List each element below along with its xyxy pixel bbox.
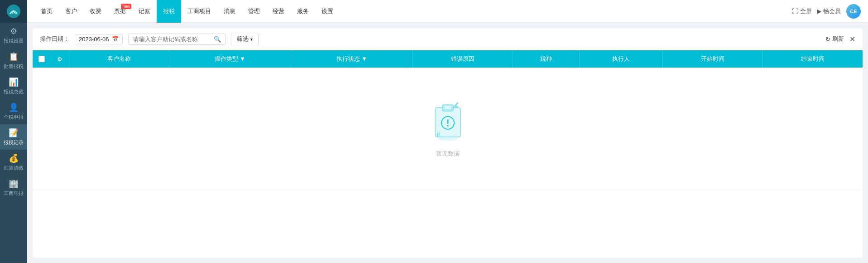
empty-text: 暂无数据 [436, 150, 460, 158]
sidebar-item-label: 报税设置 [4, 38, 24, 44]
nav-baoshui[interactable]: 报税 [157, 0, 181, 23]
nav-xiaoxi[interactable]: 消息 [217, 0, 242, 23]
user-avatar[interactable]: CE [846, 4, 861, 19]
date-value: 2023-06-06 [79, 36, 109, 43]
nav-home[interactable]: 首页 [34, 0, 59, 23]
topnav-right: ⛶ 全屏 ▶ 畅会员 CE [792, 4, 861, 19]
nav-jizhang[interactable]: 记账 [132, 0, 157, 23]
sidebar-item-label: 工商年报 [4, 190, 24, 197]
play-icon: ▶ [817, 8, 821, 15]
chevron-down-icon: ▾ [250, 37, 253, 42]
sidebar-item-label: 个税申报 [4, 114, 24, 121]
fullscreen-button[interactable]: ⛶ 全屏 [792, 7, 812, 15]
search-input[interactable] [129, 34, 210, 44]
refresh-button[interactable]: ↻ 刷新 [825, 35, 844, 43]
close-button[interactable]: ✕ [849, 35, 855, 44]
empty-state-cell: 暂无数据 [33, 68, 863, 190]
th-tax-type: 税种 [513, 50, 580, 68]
table-header-row: ⚙ 客户名称 操作类型 ▼ 执行状态 ▼ [33, 50, 863, 68]
nav-piaoju[interactable]: 票据 new [108, 0, 132, 23]
content-area: 操作日期： 2023-06-06 📅 🔍 筛选 ▾ ↻ [27, 23, 868, 263]
th-op-type[interactable]: 操作类型 ▼ [169, 50, 291, 68]
search-button[interactable]: 🔍 [210, 34, 225, 44]
sidebar-item-label: 报税总览 [4, 88, 24, 95]
empty-state: 暂无数据 [38, 72, 857, 185]
th-checkbox[interactable] [33, 50, 51, 68]
top-navigation: 首页 客户 收费 票据 new 记账 报税 工商项目 消息 [27, 0, 868, 23]
app-logo[interactable] [0, 0, 27, 23]
refresh-icon: ↻ [825, 36, 830, 43]
search-icon: 🔍 [214, 36, 221, 43]
sidebar-item-gongshang-nianbao[interactable]: 🏢 工商年报 [0, 175, 27, 200]
th-start-time: 开始时间 [662, 50, 762, 68]
th-settings[interactable]: ⚙ [51, 50, 69, 68]
page-content: 操作日期： 2023-06-06 📅 🔍 筛选 ▾ ↻ [27, 23, 868, 263]
nav-jingying[interactable]: 经营 [266, 0, 291, 23]
sidebar-item-geshuishenb[interactable]: 👤 个税申报 [0, 99, 27, 124]
svg-rect-3 [445, 106, 451, 109]
svg-point-6 [447, 125, 449, 127]
annual-report-icon: 🏢 [9, 179, 19, 189]
date-picker[interactable]: 2023-06-06 📅 [75, 34, 123, 44]
settlement-icon: 💰 [9, 153, 19, 163]
record-icon: 📝 [9, 128, 19, 138]
th-customer-name: 客户名称 [69, 50, 169, 68]
date-label: 操作日期： [40, 35, 69, 43]
nav-items: 首页 客户 收费 票据 new 记账 报税 工商项目 消息 [34, 0, 792, 23]
nav-fuwu[interactable]: 服务 [291, 0, 315, 23]
toolbar: 操作日期： 2023-06-06 📅 🔍 筛选 ▾ ↻ [33, 28, 863, 50]
sidebar-item-label: 汇算清缴 [4, 165, 24, 171]
select-all-checkbox[interactable] [38, 56, 45, 62]
svg-point-9 [438, 137, 458, 141]
sidebar: ⚙ 报税设置 📋 批量报税 📊 报税总览 👤 个税申报 📝 报税记录 💰 汇算清… [0, 0, 27, 263]
sidebar-item-huisuan-jiaona[interactable]: 💰 汇算清缴 [0, 150, 27, 175]
main-area: 首页 客户 收费 票据 new 记账 报税 工商项目 消息 [27, 0, 868, 263]
nav-gongshang[interactable]: 工商项目 [181, 0, 217, 23]
filter-button[interactable]: 筛选 ▾ [231, 33, 259, 45]
new-badge: new [121, 4, 131, 9]
empty-illustration [430, 99, 466, 142]
sidebar-item-label: 批量报税 [4, 63, 24, 70]
sidebar-item-baoshui-zonlan[interactable]: 📊 报税总览 [0, 73, 27, 99]
calendar-icon: 📅 [112, 36, 119, 42]
svg-rect-5 [447, 119, 448, 124]
settings-col-icon: ⚙ [57, 56, 62, 63]
sidebar-item-baoshui-shezhi[interactable]: ⚙ 报税设置 [0, 23, 27, 48]
nav-shoufei[interactable]: 收费 [83, 0, 108, 23]
sidebar-item-label: 报税记录 [4, 139, 24, 146]
th-exec-status[interactable]: 执行状态 ▼ [291, 50, 412, 68]
fullscreen-icon: ⛶ [792, 8, 798, 15]
sidebar-item-piliang-baoshui[interactable]: 📋 批量报税 [0, 48, 27, 73]
empty-state-row: 暂无数据 [33, 68, 863, 190]
th-end-time: 结束时间 [763, 50, 863, 68]
search-box: 🔍 [128, 34, 225, 45]
settings-icon: ⚙ [10, 26, 17, 36]
nav-shezhi[interactable]: 设置 [315, 0, 340, 23]
sidebar-item-baoshui-jilu[interactable]: 📝 报税记录 [0, 124, 27, 150]
batch-tax-icon: 📋 [9, 52, 19, 62]
th-error-reason: 错误原因 [412, 50, 513, 68]
data-table: ⚙ 客户名称 操作类型 ▼ 执行状态 ▼ [33, 50, 863, 190]
personal-tax-icon: 👤 [9, 102, 19, 112]
nav-guanli[interactable]: 管理 [242, 0, 266, 23]
member-button[interactable]: ▶ 畅会员 [817, 7, 841, 15]
overview-icon: 📊 [9, 77, 19, 87]
th-executor: 执行人 [579, 50, 662, 68]
table-container: ⚙ 客户名称 操作类型 ▼ 执行状态 ▼ [33, 50, 863, 258]
nav-customer[interactable]: 客户 [59, 0, 83, 23]
